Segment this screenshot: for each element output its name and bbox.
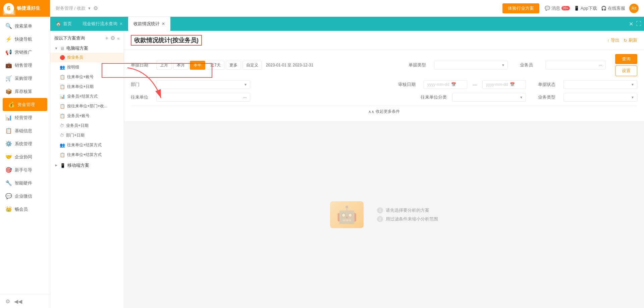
maximize-window-icon[interactable]: ⛶ xyxy=(636,21,641,27)
mobile-group-header[interactable]: ▼ 📱 移动端方案 xyxy=(50,161,124,170)
settings-button[interactable]: 设置 xyxy=(615,65,637,76)
type-select[interactable]: ▾ xyxy=(434,61,508,69)
online-service-item[interactable]: 🎧 在线客服 xyxy=(601,5,625,11)
filter-row-3: 往来单位 ··· 往来单位分类 ▾ 业务类型 xyxy=(131,93,637,102)
empty-state-icon: 🤖 xyxy=(330,201,364,228)
ss-icon: 📊 xyxy=(60,94,65,99)
settings-icon[interactable]: ⚙ xyxy=(5,298,10,305)
main-content: 财务管理 / 收款 ▾ ⚙ 体验行业方案 💬 消息 99+ 📱 App下载 xyxy=(50,0,644,308)
dropdown-icon[interactable]: ▾ xyxy=(88,6,91,11)
page-header-actions: ↑ 导出 ↻ 刷新 xyxy=(607,37,638,43)
date-range-display: 2023-01-01 至 2023-12-31 xyxy=(266,62,313,68)
detail-icon: 👥 xyxy=(60,65,65,70)
tab-receipt[interactable]: 收款情况统计 ✕ xyxy=(128,17,170,31)
plan-item-counterpart-settle2[interactable]: 📋 往来单位+结算方式 xyxy=(50,150,124,160)
plan-item-salesman-account[interactable]: 📋 业务员+账号 xyxy=(50,111,124,121)
close-window-icon[interactable]: ✕ xyxy=(629,21,633,27)
filter-row-2: 部门 ▾ 审核日期 yyyy-mm-dd 📅 — y xyxy=(131,80,637,89)
sidebar-item-purchase[interactable]: 🛒 采购管理 xyxy=(0,72,50,85)
enterprise-icon: 🤝 xyxy=(5,154,12,160)
counterpart-input[interactable]: ··· xyxy=(156,93,250,102)
sidebar-item-system[interactable]: ⚙️ 系统管理 xyxy=(0,137,50,150)
type-dropdown-icon: ▾ xyxy=(502,63,504,67)
cs1-icon: 👥 xyxy=(60,143,65,148)
close-receipt-tab-icon[interactable]: ✕ xyxy=(162,21,165,26)
date-btn-custom[interactable]: 自定义 xyxy=(243,61,262,70)
business-type-select[interactable]: ▾ xyxy=(564,93,637,102)
add-plan-icon[interactable]: + xyxy=(105,35,108,41)
tab-bar-right: ✕ ⛶ xyxy=(629,21,644,27)
settings-btn[interactable]: ⚙ xyxy=(93,5,98,11)
purchase-icon: 🛒 xyxy=(5,75,12,82)
btype-dropdown-icon: ▾ xyxy=(632,95,634,100)
plan-item-salesman[interactable]: 🔴 按业务员 xyxy=(50,53,124,62)
export-button[interactable]: ↑ 导出 xyxy=(607,37,620,43)
collapse-panel-left-icon[interactable]: « xyxy=(117,36,120,41)
mobile-icon: 📱 xyxy=(60,163,65,168)
date-btn-this-month[interactable]: 本月 xyxy=(173,61,189,70)
page-header: 收款情况统计(按业务员) ↑ 导出 ↻ 刷新 xyxy=(124,31,644,50)
plan-item-counterpart-account[interactable]: 📋 往来单位+账号 xyxy=(50,72,124,82)
plan-item-salesman-date[interactable]: ⏱ 业务员+日期 xyxy=(50,121,124,131)
sidebar-item-member[interactable]: 👑 畅会员 xyxy=(0,203,50,216)
sidebar-item-search[interactable]: 🔍 搜索菜单 xyxy=(0,19,50,33)
tab-bank[interactable]: 现金银行流水查询 ✕ xyxy=(77,17,128,31)
bill-status-select[interactable]: ▾ xyxy=(564,80,637,89)
counterpart-more-icon[interactable]: ··· xyxy=(243,95,247,100)
sidebar-item-operations[interactable]: 📊 经营管理 xyxy=(0,111,50,124)
sidebar-item-finance[interactable]: 💰 资金管理 xyxy=(3,98,47,111)
review-date-end[interactable]: yyyy-mm-dd 📅 xyxy=(482,80,526,89)
message-icon: 💬 xyxy=(545,6,550,11)
breadcrumb: 财务管理 / 收款 xyxy=(56,5,86,11)
type-label: 单据类型 xyxy=(409,62,429,68)
collapse-panel-icon[interactable]: ◀◀ xyxy=(14,298,22,305)
close-bank-tab-icon[interactable]: ✕ xyxy=(119,21,123,26)
date-btn-more[interactable]: 更多 xyxy=(226,61,241,70)
dept-label: 部门 xyxy=(131,82,151,88)
sidebar-item-hardware[interactable]: 🔧 智能硬件 xyxy=(0,176,50,190)
guide-icon: 🎯 xyxy=(5,167,12,173)
date-btn-last-month[interactable]: 上月 xyxy=(156,61,172,70)
sidebar-item-wechat[interactable]: 💬 企业微信 xyxy=(0,190,50,203)
calendar-start-icon: 📅 xyxy=(451,82,456,87)
plan-item-dept-date[interactable]: ⏱ 部门+日期 xyxy=(50,131,124,140)
plan-item-counterpart-settle1[interactable]: 👥 往来单位+结算方式 xyxy=(50,140,124,150)
query-button[interactable]: 查询 xyxy=(615,54,637,64)
sidebar-item-quicknav[interactable]: ⚡ 快捷导航 xyxy=(0,33,50,46)
plan-settings-icon[interactable]: ⚙ xyxy=(110,35,115,41)
review-date-start[interactable]: yyyy-mm-dd 📅 xyxy=(424,80,467,89)
refresh-button[interactable]: ↻ 刷新 xyxy=(624,37,637,43)
plan-item-detail[interactable]: 👥 按明细 xyxy=(50,62,124,72)
user-avatar[interactable]: Rit xyxy=(629,4,639,13)
sidebar-item-inventory[interactable]: 📦 库存核算 xyxy=(0,85,50,98)
version-badge: 标准版 xyxy=(3,10,15,15)
sidebar-item-sales[interactable]: 💼 销售管理 xyxy=(0,59,50,72)
home-icon: 🏠 xyxy=(56,21,61,27)
plan-item-counterpart-dept[interactable]: 📋 按往来单位+部门+收... xyxy=(50,101,124,111)
mobile-group-expand-icon: ▼ xyxy=(54,164,58,167)
date-btn-7days[interactable]: 近7天 xyxy=(207,61,224,70)
date-btn-this-year[interactable]: 本年 xyxy=(190,61,205,70)
sidebar-item-guide[interactable]: 🎯 新手引导 xyxy=(0,163,50,176)
dept-select[interactable]: ▾ xyxy=(156,80,250,89)
plan-item-counterpart-date[interactable]: 📋 往来单位+日期 xyxy=(50,82,124,92)
more-options-icon[interactable]: ··· xyxy=(599,63,602,67)
sidebar-item-basic[interactable]: 📋 基础信息 xyxy=(0,124,50,137)
sidebar-item-marketing[interactable]: 📢 营销推广 xyxy=(0,46,50,59)
sd-icon: ⏱ xyxy=(60,123,64,128)
sidebar-item-enterprise[interactable]: 🤝 企业协同 xyxy=(0,150,50,163)
filter-row-1: 单据日期 上月 本月 本年 近7天 更多 自定义 2023-01-01 至 20… xyxy=(131,54,637,76)
tab-home[interactable]: 🏠 首页 xyxy=(50,17,77,31)
collapse-more-bar[interactable]: ∧∧ 收起更多条件 xyxy=(131,106,637,117)
counterpart-category-select[interactable]: ▾ xyxy=(452,93,526,102)
dept-dropdown-icon: ▾ xyxy=(245,82,247,87)
message-item[interactable]: 💬 消息 99+ xyxy=(545,5,570,11)
export-icon: ↑ xyxy=(607,38,610,43)
basic-icon: 📋 xyxy=(5,127,12,134)
plan-item-salesman-settle[interactable]: 📊 业务员+结算方式 xyxy=(50,92,124,101)
trial-button[interactable]: 体验行业方案 xyxy=(502,3,539,13)
dd-icon: ⏱ xyxy=(60,133,64,138)
salesman-input[interactable]: ··· xyxy=(545,61,606,69)
app-download-item[interactable]: 📱 App下载 xyxy=(574,5,597,11)
desktop-group-header[interactable]: ▼ 🖥 电脑端方案 xyxy=(50,44,124,53)
